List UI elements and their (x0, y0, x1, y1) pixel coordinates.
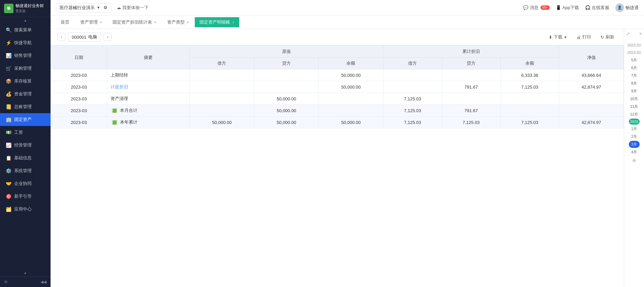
purchase-icon: 🛒 (5, 65, 11, 71)
experience-label: 我要体验一下 (122, 5, 149, 11)
logo-icon: 畅 (4, 4, 13, 13)
sidebar-item-sales[interactable]: 📊 销售管理 (0, 49, 51, 62)
user-profile-btn[interactable]: 👤 畅捷通 (615, 3, 639, 12)
sidebar-item-salary[interactable]: 💵 工资 (0, 126, 51, 139)
tl-month-2[interactable]: 2月 (624, 133, 644, 140)
tab-asset-detail[interactable]: 固定资产明细账 × (195, 17, 239, 27)
sidebar-item-fixed[interactable]: 🏢 固定资产 (0, 113, 51, 126)
table-row: 2023-03 上期结转 50,000.00 6,333.36 43,666.6… (51, 69, 624, 81)
row4-net (559, 105, 624, 117)
tl-scroll-down-icon[interactable]: ⊕ (632, 158, 636, 163)
row3-yz-balance (319, 93, 383, 105)
row3-date: 2023-03 (51, 93, 107, 105)
sidebar-label-search: 搜索菜单 (14, 27, 32, 33)
sidebar-item-purchase[interactable]: 🛒 采购管理 (0, 62, 51, 75)
messages-btn[interactable]: 💬 消息 99+ (523, 5, 550, 11)
apps-icon: 🗂️ (5, 206, 11, 212)
tab-asset-manage[interactable]: 资产管理 × (75, 17, 106, 27)
username-label: 畅捷通 (625, 5, 639, 11)
timeline-panel: ⤢ × 2023.03 2023.03 5月 6月 7月 8月 9月 10月 1… (624, 29, 644, 287)
row2-yz-credit (254, 81, 318, 93)
sidebar-label-operations: 经营管理 (14, 142, 32, 148)
settings-company-icon[interactable]: ⚙ (103, 5, 108, 10)
messages-badge: 99+ (541, 5, 550, 10)
print-label: 打印 (582, 34, 591, 40)
row5-date: 2023-03 (51, 117, 107, 128)
sidebar-nav: 🔍 搜索菜单 ⚡ 快捷导航 📊 销售管理 🛒 采购管理 📦 库存核算 💰 资金管… (0, 24, 51, 270)
tl-month-11[interactable]: 11月 (624, 103, 644, 110)
sidebar-item-operations[interactable]: 📈 经营管理 (0, 139, 51, 152)
sidebar-label-guide: 新手引导 (14, 193, 32, 199)
tl-month-9[interactable]: 9月 (624, 88, 644, 95)
nav-prev-btn[interactable]: ‹ (57, 33, 65, 41)
refresh-btn[interactable]: ↻ 刷新 (598, 33, 617, 41)
collapse-icon[interactable]: ◀◀ (40, 280, 47, 284)
row1-lj-debit (383, 69, 442, 81)
sidebar-label-collab: 企业协同 (14, 181, 32, 187)
tl-year-2023[interactable]: 2023 (629, 119, 640, 125)
row3-lj-credit (442, 93, 500, 105)
download-btn[interactable]: ⬇ 下载 ▼ (546, 33, 570, 41)
asset-header: ‹ 000001 电脑 › ⬇ 下载 ▼ 🖨 打印 (51, 29, 624, 45)
cloud-icon: ☁ (117, 5, 121, 10)
tl-month-6[interactable]: 6月 (624, 64, 644, 71)
sidebar-item-basic[interactable]: 📋 基础信息 (0, 152, 51, 164)
tl-month-12[interactable]: 12月 (624, 111, 644, 118)
sidebar-item-search[interactable]: 🔍 搜索菜单 (0, 24, 51, 36)
table-row: 2023-03 🟩本月合计 50,000.00 7,125.03 791.67 (51, 105, 624, 117)
sidebar-scroll-up[interactable]: ▲ (0, 17, 51, 24)
sidebar-item-system[interactable]: ⚙️ 系统管理 (0, 164, 51, 177)
tl-month-1[interactable]: 1月 (624, 125, 644, 132)
sidebar-item-inventory[interactable]: 📦 库存核算 (0, 75, 51, 88)
tab-asset-manage-close[interactable]: × (100, 20, 102, 24)
row2-lj-balance: 7,125.03 (500, 81, 559, 93)
sidebar-label-system: 系统管理 (14, 168, 32, 174)
timeline-close-icon[interactable]: × (639, 31, 642, 36)
row1-net: 43,666.64 (559, 69, 624, 81)
row2-yz-balance: 50,000.00 (319, 81, 383, 93)
main-area: 医疗器械行业演示 ▼ ⚙ ☁ 我要体验一下 💬 消息 99+ 📱 App下载 🎧… (51, 0, 644, 287)
sidebar-label-inventory: 库存核算 (14, 78, 32, 84)
tab-depreciation-close[interactable]: × (154, 20, 156, 24)
sidebar-item-apps[interactable]: 🗂️ 应用中心 (0, 203, 51, 216)
print-icon: 🖨 (577, 35, 581, 40)
online-service-btn[interactable]: 🎧 在线客服 (585, 5, 609, 11)
sidebar-scroll-down[interactable]: ▼ (0, 270, 51, 277)
company-name: 医疗器械行业演示 (60, 5, 95, 11)
tl-month-5[interactable]: 5月 (624, 57, 644, 64)
row2-lj-credit: 791.67 (442, 81, 500, 93)
timeline-expand-icon[interactable]: ⤢ (626, 31, 630, 36)
col-summary: 摘要 (107, 46, 189, 69)
tab-asset-detail-close[interactable]: × (232, 20, 234, 24)
sidebar-item-ledger[interactable]: 📒 总账管理 (0, 100, 51, 113)
sidebar-item-collab[interactable]: 🤝 企业协同 (0, 177, 51, 190)
sidebar-label-purchase: 采购管理 (14, 65, 32, 71)
sidebar-item-guide[interactable]: 🎯 新手引导 (0, 190, 51, 203)
tl-month-10[interactable]: 10月 (624, 95, 644, 102)
sidebar-item-quicknav[interactable]: ⚡ 快捷导航 (0, 36, 51, 49)
tl-month-8[interactable]: 8月 (624, 80, 644, 87)
sidebar-label-basic: 基础信息 (14, 155, 32, 161)
sidebar-item-capital[interactable]: 💰 资金管理 (0, 88, 51, 100)
app-download-btn[interactable]: 📱 App下载 (556, 5, 579, 11)
capital-icon: 💰 (5, 91, 11, 97)
sidebar-label-capital: 资金管理 (14, 91, 32, 97)
tl-month-4[interactable]: 4月 (624, 149, 644, 156)
tab-depreciation-label: 固定资产折旧统计表 (113, 19, 152, 25)
company-selector[interactable]: 医疗器械行业演示 ▼ ⚙ (56, 3, 111, 12)
col-date: 日期 (51, 46, 107, 69)
tab-asset-type-close[interactable]: × (187, 20, 189, 24)
nav-next-btn[interactable]: › (103, 33, 112, 41)
tab-home[interactable]: 首页 (56, 17, 74, 27)
experience-btn[interactable]: ☁ 我要体验一下 (117, 5, 149, 11)
settings-icon[interactable]: ⚙ (4, 280, 8, 284)
tl-month-3[interactable]: 3月 (629, 141, 640, 148)
tab-depreciation[interactable]: 固定资产折旧统计表 × (108, 17, 161, 27)
row4-lj-debit: 7,125.03 (383, 105, 442, 117)
tl-month-7[interactable]: 7月 (624, 72, 644, 79)
col-group-yuanzhi: 原值 (190, 46, 383, 58)
tab-asset-type[interactable]: 资产类型 × (162, 17, 193, 27)
row2-summary-link[interactable]: 计提折旧 (111, 84, 128, 89)
print-btn[interactable]: 🖨 打印 (574, 33, 594, 41)
row3-lj-balance (500, 93, 559, 105)
